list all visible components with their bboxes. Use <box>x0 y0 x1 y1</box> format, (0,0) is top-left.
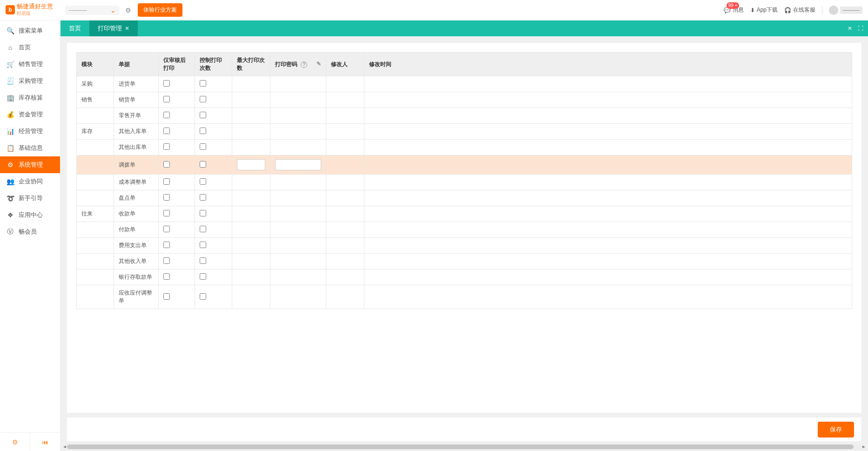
nav-system[interactable]: ⚙系统管理 <box>0 156 60 173</box>
download-icon: ⬇ <box>750 7 755 13</box>
nav-finance[interactable]: 💰资金管理 <box>0 106 60 123</box>
nav-member[interactable]: Ⓥ畅会员 <box>0 223 60 240</box>
app-download-button[interactable]: ⬇ App下载 <box>750 6 778 14</box>
nav-search[interactable]: 🔍搜索菜单 <box>0 22 60 39</box>
collapse-icon[interactable]: ⏮ <box>30 433 60 451</box>
audit-checkbox[interactable] <box>163 161 170 168</box>
content-wrap: 模块 单据 仅审核后打印 控制打印次数 最大打印次数 打印密码 ? ✎ 修改人 <box>61 36 868 413</box>
edit-icon[interactable]: ✎ <box>316 61 321 67</box>
cell-audit <box>159 108 195 124</box>
cell-control <box>195 76 232 92</box>
nav-home[interactable]: ⌂首页 <box>0 39 60 56</box>
nav-purchase[interactable]: 🧾采购管理 <box>0 73 60 89</box>
cell-control <box>195 269 232 285</box>
cell-modifier <box>326 269 364 285</box>
max-print-input[interactable] <box>237 159 265 170</box>
cell-max <box>232 269 270 285</box>
audit-checkbox[interactable] <box>163 257 170 264</box>
nav-guide-icon: ➰ <box>7 195 14 202</box>
control-checkbox[interactable] <box>200 226 206 232</box>
table-row: 库存其他入库单 <box>77 124 852 140</box>
user-menu[interactable]: ——— <box>829 6 862 15</box>
audit-checkbox[interactable] <box>163 293 170 300</box>
audit-checkbox[interactable] <box>163 80 170 87</box>
cell-doc: 收款单 <box>114 206 159 222</box>
audit-checkbox[interactable] <box>163 242 170 248</box>
audit-checkbox[interactable] <box>163 96 170 102</box>
control-checkbox[interactable] <box>200 80 206 87</box>
cell-modtime <box>364 108 852 124</box>
audit-checkbox[interactable] <box>163 143 170 150</box>
table-row: 费用支出单 <box>77 238 852 254</box>
cell-modifier <box>326 108 364 124</box>
main-area: 首页 打印管理 ✕ ✕ ⛶ 模块 单据 仅审核后打印 <box>61 20 868 451</box>
online-service-button[interactable]: 🎧 在线客服 <box>784 6 815 14</box>
scrollbar-thumb[interactable] <box>67 444 854 449</box>
th-modtime: 修改时间 <box>364 53 852 76</box>
tab-print-management[interactable]: 打印管理 ✕ <box>89 20 138 36</box>
control-checkbox[interactable] <box>200 128 206 134</box>
tab-close-icon[interactable]: ✕ <box>125 25 129 32</box>
control-checkbox[interactable] <box>200 112 206 118</box>
settings-icon[interactable]: ⚙ <box>0 433 30 451</box>
print-password-input[interactable] <box>275 159 321 170</box>
gear-icon[interactable]: ⚙ <box>125 7 131 14</box>
nav-system-icon: ⚙ <box>7 161 14 168</box>
nav-collab[interactable]: 👥企业协同 <box>0 173 60 190</box>
cell-max <box>232 190 270 206</box>
control-checkbox[interactable] <box>200 273 206 280</box>
nav-ops-label: 经营管理 <box>19 127 43 135</box>
audit-checkbox[interactable] <box>163 194 170 201</box>
brand-name: 畅捷通好生意 <box>17 3 53 10</box>
control-checkbox[interactable] <box>200 293 206 300</box>
audit-checkbox[interactable] <box>163 112 170 118</box>
control-checkbox[interactable] <box>200 194 206 201</box>
save-button[interactable]: 保存 <box>818 422 854 438</box>
cell-modtime <box>364 124 852 140</box>
audit-checkbox[interactable] <box>163 128 170 134</box>
cell-password <box>270 254 326 269</box>
cell-control <box>195 206 232 222</box>
audit-checkbox[interactable] <box>163 273 170 280</box>
tab-home[interactable]: 首页 <box>61 20 89 36</box>
scroll-right-icon[interactable]: ► <box>861 444 866 449</box>
audit-checkbox[interactable] <box>163 178 170 185</box>
print-settings-panel: 模块 单据 仅审核后打印 控制打印次数 最大打印次数 打印密码 ? ✎ 修改人 <box>67 43 861 413</box>
control-checkbox[interactable] <box>200 143 206 150</box>
fullscreen-icon[interactable]: ⛶ <box>858 25 863 32</box>
nav-apps[interactable]: ❖应用中心 <box>0 207 60 223</box>
horizontal-scrollbar[interactable]: ◄ ► <box>67 444 861 449</box>
messages-button[interactable]: 💬 99 + 消息 <box>724 6 744 14</box>
nav-collab-icon: 👥 <box>7 178 14 185</box>
cell-doc: 成本调整单 <box>114 175 159 190</box>
table-row: 付款单 <box>77 222 852 238</box>
control-checkbox[interactable] <box>200 257 206 264</box>
try-plan-button[interactable]: 体验行业方案 <box>138 3 182 17</box>
messages-badge: 99 + <box>727 2 740 9</box>
scroll-left-icon[interactable]: ◄ <box>62 444 67 449</box>
nav-sales[interactable]: 🛒销售管理 <box>0 56 60 73</box>
nav-base[interactable]: 📋基础信息 <box>0 140 60 156</box>
tenant-dropdown[interactable]: ——— ⌄ <box>65 6 120 15</box>
app-label: App下载 <box>757 6 778 14</box>
cell-modtime <box>364 190 852 206</box>
nav-collab-label: 企业协同 <box>19 177 43 186</box>
audit-checkbox[interactable] <box>163 226 170 232</box>
cell-max <box>232 155 270 175</box>
control-checkbox[interactable] <box>200 161 206 168</box>
th-password: 打印密码 ? ✎ <box>270 53 326 76</box>
cell-module <box>77 222 114 238</box>
nav-ops[interactable]: 📊经营管理 <box>0 123 60 140</box>
nav-guide[interactable]: ➰新手引导 <box>0 190 60 207</box>
help-icon[interactable]: ? <box>301 61 307 68</box>
close-all-icon[interactable]: ✕ <box>848 25 852 32</box>
control-checkbox[interactable] <box>200 210 206 216</box>
nav-inventory[interactable]: 🏢库存核算 <box>0 89 60 106</box>
audit-checkbox[interactable] <box>163 210 170 216</box>
cell-modifier <box>326 76 364 92</box>
control-checkbox[interactable] <box>200 96 206 102</box>
service-label: 在线客服 <box>793 6 815 14</box>
control-checkbox[interactable] <box>200 178 206 185</box>
nav-home-label: 首页 <box>19 43 31 52</box>
control-checkbox[interactable] <box>200 242 206 248</box>
